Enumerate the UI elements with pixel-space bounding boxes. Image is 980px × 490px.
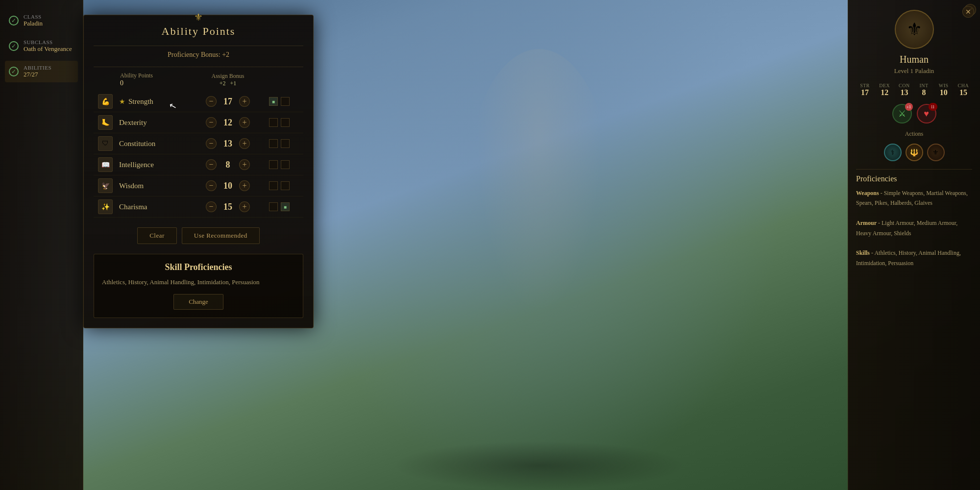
use-recommended-button[interactable]: Use Recommended [182, 227, 260, 244]
stat-item-con: CON13 [895, 83, 913, 97]
bonus1-charisma[interactable] [269, 202, 278, 211]
panel-title: Ability Points [94, 25, 303, 38]
increase-strength[interactable]: + [239, 96, 250, 107]
ability-name-strength: Strength [128, 98, 153, 106]
sidebar-item-subclass[interactable]: ✓ Subclass Oath of Vengeance [5, 35, 78, 57]
ability-value-constitution: 13 [220, 139, 235, 149]
bonus2-constitution[interactable] [281, 139, 290, 148]
increase-wisdom[interactable]: + [239, 180, 250, 191]
decrease-dexterity[interactable]: − [206, 117, 217, 128]
actions-row: ⚔ +1 ♥ 11 [856, 104, 972, 123]
class-label: Class [24, 14, 43, 20]
bonus2-intelligence[interactable] [281, 160, 290, 169]
ability-name-charisma: Charisma [119, 203, 147, 211]
title-divider [94, 46, 303, 46]
star-icon-strength: ★ [119, 98, 125, 106]
bonus2-wisdom[interactable] [281, 181, 290, 190]
stats-row: STR17DEX12CON13INT8WIS10CHA15 [856, 83, 972, 97]
change-skills-button[interactable]: Change [173, 294, 223, 310]
actions-label: Actions [856, 130, 972, 138]
ability-name-dexterity: Dexterity [119, 119, 147, 127]
orb-3: ⚜ [927, 144, 945, 161]
class-check-icon: ✓ [9, 16, 19, 25]
sidebar-item-abilities[interactable]: ✓ Abilities 27/27 [5, 61, 78, 82]
decrease-charisma[interactable]: − [206, 201, 217, 212]
race-emblem: ⚜ [895, 10, 934, 49]
stat-item-cha: CHA15 [955, 83, 972, 97]
ability-icon-constitution: 🛡 [98, 136, 113, 151]
ability-row-wisdom: 🦅 Wisdom − 10 + [94, 175, 303, 196]
action-badge-plus: ⚔ +1 [892, 104, 912, 123]
ability-rows-container: 💪 ★ Strength − 17 + 🦶 Dexterity − 12 + [94, 91, 303, 218]
action-plus-badge: +1 [905, 103, 913, 111]
increase-intelligence[interactable]: + [239, 159, 250, 170]
stat-item-str: STR17 [856, 83, 874, 97]
column-headers: Ability Points 0 Assign Bonus +2 +1 [94, 72, 303, 87]
bonus1-wisdom[interactable] [269, 181, 278, 190]
subclass-label: Subclass [24, 39, 72, 45]
assign-bonus-col-header: Assign Bonus +2 +1 [198, 73, 257, 87]
ability-row-dexterity: 🦶 Dexterity − 12 + [94, 112, 303, 133]
ability-icon-strength: 💪 [98, 94, 113, 109]
armour-label: Armour [856, 220, 877, 226]
clear-button[interactable]: Clear [137, 227, 177, 244]
stat-item-wis: WIS10 [935, 83, 953, 97]
ability-orbs: ⚕ 🔱 ⚜ [856, 144, 972, 161]
right-panel: ⤢ ⚜ Human Level 1 Paladin STR17DEX12CON1… [848, 0, 980, 490]
character-race: Human [856, 54, 972, 65]
skill-proficiencies-text: Athletics, History, Animal Handling, Int… [102, 277, 295, 287]
proficiencies-text: Weapons - Simple Weapons, Martial Weapon… [856, 188, 972, 268]
decrease-wisdom[interactable]: − [206, 180, 217, 191]
action-buttons: Clear Use Recommended [94, 227, 303, 244]
skill-proficiencies-title: Skill Proficiencies [102, 262, 295, 272]
ability-icon-wisdom: 🦅 [98, 178, 113, 193]
ability-value-intelligence: 8 [220, 160, 235, 170]
action-badge-heart: ♥ 11 [917, 104, 936, 123]
increase-constitution[interactable]: + [239, 138, 250, 149]
ability-row-charisma: ✨ Charisma − 15 + [94, 196, 303, 218]
proficiency-bonus: Proficiency Bonus: +2 [94, 51, 303, 59]
decrease-strength[interactable]: − [206, 96, 217, 107]
abilities-value: 27/27 [24, 71, 51, 78]
subclass-check-icon: ✓ [9, 41, 19, 51]
bonus1-intelligence[interactable] [269, 160, 278, 169]
stat-item-int: INT8 [915, 83, 933, 97]
decrease-intelligence[interactable]: − [206, 159, 217, 170]
points-available: 0 [120, 79, 123, 87]
ability-points-col-header: Ability Points 0 [115, 72, 198, 87]
bonus1-strength[interactable] [269, 97, 278, 106]
subclass-value: Oath of Vengeance [24, 45, 72, 53]
ability-value-dexterity: 12 [220, 118, 235, 128]
stat-item-dex: DEX12 [876, 83, 893, 97]
ability-value-charisma: 15 [220, 202, 235, 212]
skill-proficiencies-box: Skill Proficiencies Athletics, History, … [94, 254, 303, 318]
right-panel-divider [856, 169, 972, 170]
increase-charisma[interactable]: + [239, 201, 250, 212]
bonus2-strength[interactable] [281, 97, 290, 106]
bonus2-dexterity[interactable] [281, 118, 290, 127]
left-sidebar: ✓ Class Paladin ✓ Subclass Oath of Venge… [0, 0, 83, 490]
increase-dexterity[interactable]: + [239, 117, 250, 128]
bonus-plus1: +1 [230, 80, 237, 87]
decrease-constitution[interactable]: − [206, 138, 217, 149]
proficiencies-title: Proficiencies [856, 174, 972, 183]
abilities-check-icon: ✓ [9, 67, 19, 76]
ability-row-constitution: 🛡 Constitution − 13 + [94, 133, 303, 154]
character-viewport [294, 0, 784, 490]
bonus-plus2: +2 [220, 80, 226, 87]
bonus1-constitution[interactable] [269, 139, 278, 148]
ability-row-strength: 💪 ★ Strength − 17 + [94, 91, 303, 112]
orb-1: ⚕ [884, 144, 902, 161]
close-button[interactable]: ✕ [962, 6, 974, 18]
ability-row-intelligence: 📖 Intelligence − 8 + [94, 154, 303, 175]
sidebar-item-class[interactable]: ✓ Class Paladin [5, 10, 78, 31]
ability-icon-charisma: ✨ [98, 199, 113, 214]
ability-name-constitution: Constitution [119, 140, 155, 148]
bonus1-dexterity[interactable] [269, 118, 278, 127]
weapons-label: Weapons [856, 190, 879, 196]
armour-text: - [878, 220, 882, 226]
action-heart-badge: 11 [929, 103, 937, 111]
bonus2-charisma[interactable] [281, 202, 290, 211]
ability-name-intelligence: Intelligence [119, 161, 154, 169]
weapons-text: - [881, 190, 884, 196]
